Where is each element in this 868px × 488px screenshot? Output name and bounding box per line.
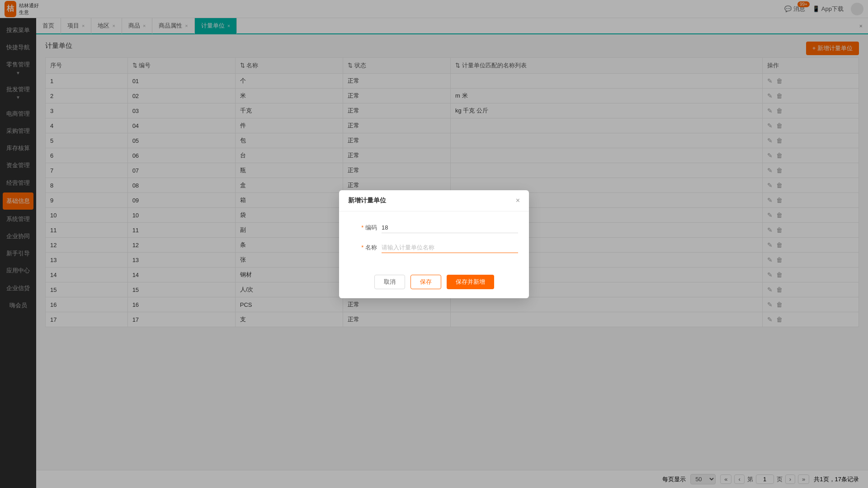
dialog-header: 新增计量单位 ×: [339, 190, 529, 211]
save-and-new-button[interactable]: 保存并新增: [447, 275, 494, 289]
code-form-row: 编码: [350, 222, 518, 233]
code-label: 编码: [350, 224, 377, 232]
add-unit-dialog: 新增计量单位 × 编码 名称 取消 保存 保存并新增: [339, 190, 529, 298]
dialog-footer: 取消 保存 保存并新增: [339, 269, 529, 298]
dialog-title: 新增计量单位: [348, 197, 386, 205]
name-label: 名称: [350, 244, 377, 252]
dialog-close-button[interactable]: ×: [516, 197, 520, 205]
name-form-row: 名称: [350, 242, 518, 253]
code-input[interactable]: [382, 222, 518, 233]
dialog-overlay: 新增计量单位 × 编码 名称 取消 保存 保存并新增: [0, 0, 868, 488]
name-input[interactable]: [382, 242, 518, 253]
dialog-body: 编码 名称: [339, 211, 529, 269]
cancel-button[interactable]: 取消: [374, 275, 405, 289]
save-button[interactable]: 保存: [410, 275, 441, 289]
